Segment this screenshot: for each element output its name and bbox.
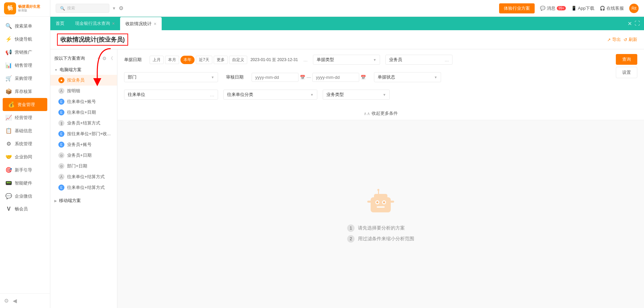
- date-tab-this-month[interactable]: 本月: [165, 56, 179, 64]
- tabbar-actions: ✕ ⛶: [624, 20, 644, 27]
- tree-section-mobile-header[interactable]: ▶ 移动端方案: [50, 196, 117, 206]
- settings-scheme-icon[interactable]: ⚙: [102, 56, 107, 61]
- online-service-btn[interactable]: 🎧 在线客服: [600, 5, 624, 11]
- collapse-sidebar-icon[interactable]: ◀: [13, 298, 17, 304]
- inventory-icon: 📦: [5, 88, 12, 95]
- doc-status-select[interactable]: 单据状态 ▼: [374, 72, 441, 82]
- business-type-label: 业务类型: [326, 92, 344, 98]
- tab-close-window-icon[interactable]: ✕: [628, 20, 632, 27]
- svg-rect-8: [390, 201, 394, 203]
- panel-header: 按以下方案查询 + ⚙ 《: [50, 53, 117, 63]
- tree-item-unit-dept-receipt[interactable]: E 按往来单位+部门+收...: [50, 129, 117, 139]
- review-date-start[interactable]: [252, 73, 299, 82]
- sidebar-item-basic[interactable]: 📋 基础信息: [0, 124, 50, 137]
- svg-rect-9: [378, 191, 379, 194]
- tree-item-unit-date[interactable]: E 往来单位+日期: [50, 107, 117, 118]
- hardware-icon: 📟: [5, 180, 12, 186]
- partner-category-label: 往来单位分类: [227, 92, 253, 98]
- tree-expand-arrow: ▼: [54, 68, 58, 72]
- date-tab-this-year[interactable]: 本年: [180, 56, 195, 64]
- tab-home[interactable]: 首页: [50, 17, 70, 30]
- tree-item-by-detail[interactable]: 人 按明细: [50, 86, 117, 96]
- tab-receipts[interactable]: 收款情况统计 ×: [120, 17, 162, 31]
- sidebar-item-sales[interactable]: 📊 销售管理: [0, 59, 50, 72]
- tree-item-dept-date[interactable]: ⊙ 部门+日期: [50, 161, 117, 171]
- dept-select[interactable]: 部门 ▼: [124, 72, 218, 82]
- salesman-date-icon: ⊙: [58, 152, 64, 158]
- unit-settle1-icon: 人: [58, 174, 64, 180]
- sidebar-item-search[interactable]: 🔍 搜索菜单: [0, 19, 50, 33]
- sidebar-item-purchase[interactable]: 🛒 采购管理: [0, 72, 50, 85]
- sidebar-item-quicknav[interactable]: ⚡ 快捷导航: [0, 33, 50, 46]
- sidebar-item-system[interactable]: ⚙ 系统管理: [0, 137, 50, 150]
- tree-section-desktop-header[interactable]: ▼ 电脑端方案: [50, 65, 117, 75]
- review-date-label: 审核日期: [226, 74, 246, 80]
- sidebar-item-inventory[interactable]: 📦 库存核算: [0, 85, 50, 98]
- refresh-btn[interactable]: ↺ 刷新: [624, 37, 637, 43]
- business-type-select[interactable]: 业务类型 ▼: [323, 90, 390, 100]
- doc-type-select[interactable]: 单据类型 ▼: [313, 55, 380, 65]
- settings-btn[interactable]: 设置: [616, 67, 637, 78]
- sidebar-item-hardware[interactable]: 📟 智能硬件: [0, 176, 50, 190]
- user-avatar[interactable]: Rit: [629, 4, 639, 13]
- tab-maximize-icon[interactable]: ⛶: [635, 20, 640, 27]
- tree-item-unit-settle1[interactable]: 人 往来单位+结算方式: [50, 171, 117, 182]
- tree-item-unit-settle2[interactable]: E 往来单位+结算方式: [50, 182, 117, 193]
- trial-btn[interactable]: 体验行业方案: [499, 3, 535, 13]
- sidebar-item-member[interactable]: V 畅会员: [0, 203, 50, 215]
- body-area: 按以下方案查询 + ⚙ 《 ▼ 电脑端方案 ● 按业务员: [50, 49, 644, 308]
- partner-category-arrow: ▼: [310, 93, 314, 97]
- date-tab-7days[interactable]: 近7天: [196, 56, 212, 64]
- tree-section-mobile: ▶ 移动端方案: [50, 196, 117, 206]
- logo-area: 畅 畅捷通好生意 标准版: [0, 0, 50, 17]
- page-actions: ↗ 导出 ↺ 刷新: [607, 37, 637, 43]
- filter-row-2: 部门 ▼ 审核日期 📅 — 📅: [124, 72, 637, 86]
- svg-rect-7: [367, 201, 371, 203]
- messages-btn[interactable]: 💬 消息 99+: [540, 5, 566, 11]
- topbar-gear-icon[interactable]: ⚙: [119, 5, 123, 11]
- topbar: 🔍 搜索 ▼ ⚙ 体验行业方案 💬 消息 99+ 📱 App下载 🎧 在线客服: [50, 0, 644, 17]
- doc-type-more-btn[interactable]: …: [303, 57, 308, 62]
- export-btn[interactable]: ↗ 导出: [607, 37, 621, 43]
- calendar-end-icon[interactable]: 📅: [361, 75, 366, 80]
- svg-point-10: [377, 189, 379, 191]
- partner-select[interactable]: 往来单位 …: [124, 90, 218, 100]
- tab-bank[interactable]: 现金银行流水查询 ×: [70, 17, 120, 30]
- sidebar-item-operations[interactable]: 📈 经营管理: [0, 111, 50, 124]
- topbar-search-box[interactable]: 🔍 搜索: [56, 4, 109, 13]
- date-tab-last-month[interactable]: 上月: [150, 56, 164, 64]
- collapse-btn[interactable]: ∧∧ 收起更多条件: [364, 110, 398, 116]
- settings-bottom-icon[interactable]: ⚙: [4, 298, 9, 304]
- date-tab-more[interactable]: 更多: [214, 56, 228, 64]
- salesman-more-btn[interactable]: …: [444, 57, 449, 62]
- sidebar-item-marketing[interactable]: 📢 营销推广: [0, 46, 50, 59]
- date-tab-custom[interactable]: 自定义: [229, 56, 247, 64]
- empty-step-2: 2 用过滤条件来缩小分析范围: [347, 235, 414, 243]
- salesman-select[interactable]: 业务员 …: [385, 55, 452, 65]
- sidebar-item-enterprise[interactable]: 🤝 企业协同: [0, 150, 50, 163]
- sidebar-item-wechat[interactable]: 💬 企业微信: [0, 190, 50, 203]
- tree-item-by-salesman[interactable]: ● 按业务员: [50, 75, 117, 86]
- basic-icon: 📋: [5, 127, 12, 134]
- tab-receipts-close[interactable]: ×: [154, 21, 156, 27]
- operations-icon: 📈: [5, 114, 12, 121]
- app-download-btn[interactable]: 📱 App下载: [571, 5, 594, 11]
- tree-item-unit-account[interactable]: E 往来单位+账号: [50, 96, 117, 107]
- tree-item-salesman-date[interactable]: ⊙ 业务员+日期: [50, 150, 117, 161]
- tab-bank-close[interactable]: ×: [112, 21, 115, 26]
- query-btn[interactable]: 查询: [616, 54, 637, 65]
- tree-item-salesman-settle[interactable]: ∥ 业务员+结算方式: [50, 118, 117, 129]
- collapse-panel-icon[interactable]: 《: [109, 55, 113, 61]
- sidebar-item-finance[interactable]: 💰 资金管理: [3, 98, 47, 111]
- sidebar-item-guide[interactable]: 🎯 新手引导: [0, 163, 50, 176]
- review-date-end[interactable]: [312, 73, 359, 82]
- add-scheme-icon[interactable]: +: [97, 55, 100, 61]
- filter-row-3: 往来单位 … 往来单位分类 ▼ 业务类型: [124, 90, 637, 103]
- tree-item-salesman-account[interactable]: E 业务员+账号: [50, 139, 117, 150]
- right-panel: 单据日期 上月 本月 本年: [117, 49, 644, 308]
- topbar-dropdown-arrow[interactable]: ▼: [112, 6, 116, 11]
- calendar-start-icon[interactable]: 📅: [300, 75, 305, 80]
- partner-more-btn[interactable]: …: [210, 92, 214, 97]
- export-icon: ↗: [607, 37, 611, 42]
- partner-category-select[interactable]: 往来单位分类 ▼: [223, 90, 317, 100]
